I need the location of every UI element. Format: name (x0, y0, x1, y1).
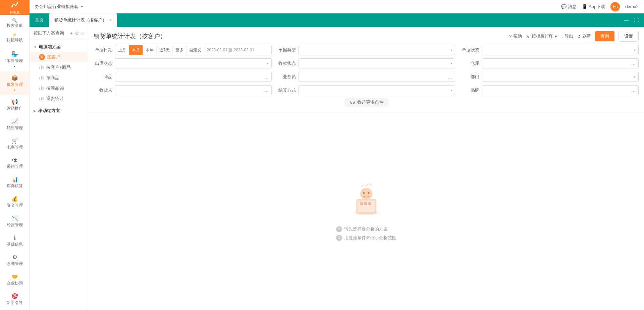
finance-icon: 💰 (11, 196, 18, 202)
tab-home[interactable]: 首页 (30, 13, 49, 27)
left-panel: 按以下方案查询 + ⚙ « ▼ 电脑端方案 客 按客户 (30, 27, 88, 310)
date-filter-field: 单据日期 上月 本月 本年 近7天 更多 自定义 2023-03-01 至 20… (94, 45, 272, 55)
sidebar-item-system[interactable]: ⚙ 系统管理 (0, 251, 29, 270)
return-stats-label: 退货统计 (46, 96, 64, 102)
date-last-7days-btn[interactable]: 近7天 (157, 45, 173, 55)
collapse-more-button[interactable]: ∧∧ 收起更多条件 (94, 98, 639, 107)
messages-label: 消息 (568, 4, 577, 10)
filter-area: 销货单统计计表（按客户） ? 帮助 🖨 按模板打印 ▾ ↓ (88, 27, 644, 111)
date-filter-control[interactable]: 上月 本月 本年 近7天 更多 自定义 2023-03-01 至 2023-03… (115, 45, 272, 55)
tab-expand-button[interactable]: ⛶ (631, 16, 641, 24)
sidebar-item-ecommerce[interactable]: 🛒 电商管理 (0, 134, 29, 154)
order-status-control[interactable]: ▾ (482, 45, 639, 55)
sidebar-item-guide[interactable]: 🎯 新手引导 (0, 290, 29, 309)
sidebar-item-wholesale[interactable]: 📦 批发管理 ▾ (0, 71, 29, 95)
filter-row-2: 出库状态 ▾ 收款状态 ▾ (94, 58, 639, 68)
scheme-group-desktop-header[interactable]: ▼ 电脑端方案 (30, 42, 88, 52)
collapse-label: 收起更多条件 (357, 99, 383, 105)
tab-minimize-button[interactable]: — (621, 16, 631, 24)
sidebar-item-finance[interactable]: 💰 资金管理 (0, 192, 29, 212)
sidebar-item-inventory[interactable]: 📊 库存核算 (0, 173, 29, 192)
settings-button[interactable]: 设置 (619, 31, 639, 42)
tab-sales-stats[interactable]: 销货单统计计表（按客户） × (49, 13, 117, 27)
hint-text-2: 用过滤条件来缩小分析范围 (344, 235, 396, 241)
sidebar-item-sales[interactable]: 📈 销售管理 (0, 115, 29, 134)
app-logo[interactable]: 标准版 (0, 0, 30, 15)
salesperson-control[interactable]: ... (299, 72, 455, 82)
filter-row-4: 收货人 ... 结算方式 ▾ (94, 85, 639, 95)
hint-num-2: ② (336, 235, 342, 241)
svg-point-1 (11, 6, 13, 7)
filter-row-1: 单据日期 上月 本月 本年 近7天 更多 自定义 2023-03-01 至 20… (94, 45, 639, 55)
add-scheme-button[interactable]: + (70, 31, 73, 36)
breadcrumb-arrow[interactable]: ▾ (81, 5, 83, 8)
scheme-item-by-goods[interactable]: 按商品 (30, 72, 88, 83)
scheme-item-by-goods99[interactable]: 按商品99 (30, 83, 88, 93)
collapse-panel-button[interactable]: « (81, 31, 84, 36)
date-custom-btn[interactable]: 自定义 (186, 45, 204, 55)
print-button[interactable]: 🖨 按模板打印 ▾ (526, 33, 557, 39)
sidebar-item-retail[interactable]: 🏪 零售管理 ▾ (0, 48, 29, 71)
user-name[interactable]: demo2 (625, 4, 639, 9)
settings-scheme-button[interactable]: ⚙ (75, 31, 79, 36)
export-icon: ↓ (561, 34, 564, 39)
department-control[interactable]: ▾ (482, 72, 639, 82)
system-icon: ⚙ (12, 254, 17, 260)
order-type-label: 单据类型 (277, 47, 296, 53)
warehouse-field: 仓库 ... (461, 58, 639, 68)
print-label: 按模板打印 (532, 33, 553, 39)
desktop-group-label: 电脑端方案 (39, 44, 61, 50)
avatar[interactable]: Ea (610, 2, 620, 11)
wholesale-icon: 📦 (11, 75, 18, 81)
payment-control[interactable]: ▾ (299, 58, 455, 68)
sidebar-finance-label: 资金管理 (7, 203, 23, 208)
settlement-control[interactable]: ▾ (299, 85, 455, 95)
sidebar-item-search[interactable]: 🔍 搜索菜单 (0, 15, 29, 31)
print-icon: 🖨 (526, 34, 530, 39)
app-download-button[interactable]: 📱 App下载 (582, 4, 605, 10)
left-panel-title: 按以下方案查询 (34, 30, 64, 36)
sidebar-retail-label: 零售管理 (7, 58, 23, 64)
marketing-icon: 📢 (11, 99, 18, 105)
search-button[interactable]: 查询 (595, 31, 614, 41)
sidebar-item-marketing[interactable]: 📢 营销推广 (0, 95, 29, 115)
date-more-btn[interactable]: 更多 (173, 45, 186, 55)
sidebar-system-label: 系统管理 (7, 261, 23, 267)
goods-control[interactable]: ... (115, 72, 272, 82)
sidebar-item-quicknav[interactable]: ⚡ 快捷导航 (0, 31, 29, 45)
print-arrow[interactable]: ▾ (555, 34, 557, 39)
sidebar-item-purchase[interactable]: 🛍 采购管理 (0, 154, 29, 173)
help-button[interactable]: ? 帮助 (509, 33, 522, 39)
brand-control[interactable]: ... (482, 85, 639, 95)
order-status-field: 单据状态 ▾ (461, 45, 639, 55)
scheme-item-customer-goods[interactable]: 按客户+商品 (30, 62, 88, 72)
warehouse-control[interactable]: ... (482, 58, 639, 68)
sidebar-item-basic-info[interactable]: ℹ 基础信息 (0, 231, 29, 251)
date-this-year-btn[interactable]: 本年 (143, 45, 157, 55)
export-button[interactable]: ↓ 导出 (561, 33, 574, 39)
scheme-item-return-stats[interactable]: 退货统计 (30, 93, 88, 104)
tab-close-icon[interactable]: × (109, 18, 112, 22)
sidebar-item-enterprise[interactable]: 🤝 企业协同 (0, 270, 29, 290)
sidebar-inventory-label: 库存核算 (7, 183, 23, 189)
receiver-control[interactable]: ... (115, 85, 272, 95)
order-type-control[interactable]: ▾ (299, 45, 455, 55)
help-label: 帮助 (513, 33, 522, 39)
sidebar-item-operations[interactable]: 📉 经营管理 (0, 212, 29, 231)
date-this-month-btn[interactable]: 本月 (129, 45, 143, 55)
desktop-group-arrow: ▼ (34, 45, 37, 49)
messages-button[interactable]: 💬 消息 (561, 4, 577, 10)
sidebar-purchase-label: 采购管理 (7, 164, 23, 169)
mobile-scheme-group[interactable]: ▶ 移动端方案 (30, 106, 88, 116)
download-icon: 📱 (582, 4, 587, 9)
svg-rect-9 (39, 88, 40, 90)
svg-rect-13 (41, 97, 42, 100)
inventory-icon: 📊 (11, 176, 18, 183)
logo-icon (9, 0, 20, 9)
date-last-month-btn[interactable]: 上月 (115, 45, 129, 55)
sidebar-guide-label: 新手引导 (7, 300, 23, 306)
customer-goods-label: 按客户+商品 (46, 64, 71, 70)
scheme-item-by-customer[interactable]: 客 按客户 (30, 52, 88, 62)
refresh-button[interactable]: ↺ 刷新 (577, 33, 591, 39)
outbound-control[interactable]: ▾ (115, 58, 272, 68)
